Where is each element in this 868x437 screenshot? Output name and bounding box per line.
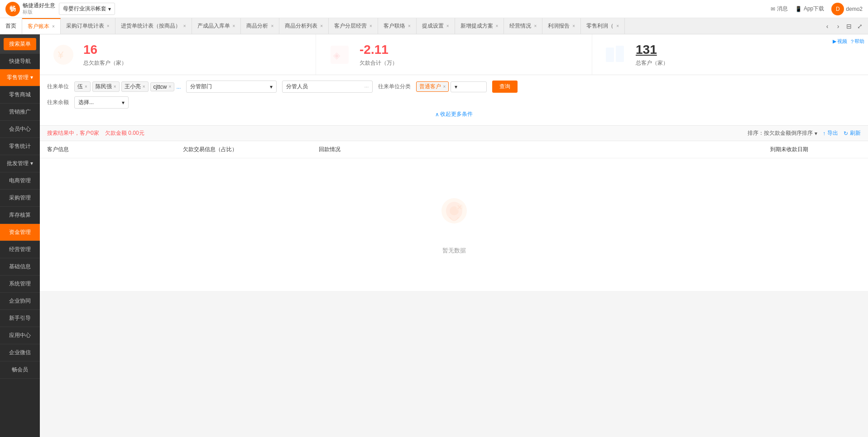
sidebar-item-app-center[interactable]: 应用中心 — [0, 327, 40, 344]
tab-goods-analysis[interactable]: 商品分析 × — [241, 18, 279, 34]
tab-customer-layer[interactable]: 客户分层经营 × — [329, 18, 378, 34]
sidebar-item-enterprise-wechat[interactable]: 企业微信 — [0, 344, 40, 361]
tab-purchase-order-close[interactable]: × — [107, 24, 110, 28]
tab-promotion-settings[interactable]: 提成设置 × — [417, 18, 455, 34]
tab-operation-status[interactable]: 经营情况 × — [504, 18, 542, 34]
sidebar-item-retail-stats[interactable]: 零售统计 — [0, 138, 40, 155]
filter-category-tag-remove[interactable]: × — [443, 84, 446, 89]
filter-tag-3-remove[interactable]: × — [169, 84, 172, 89]
filter-balance-select[interactable]: 选择... ▾ — [74, 96, 129, 109]
sidebar-item-inventory[interactable]: 库存核算 — [0, 207, 40, 224]
sidebar-item-ecommerce[interactable]: 电商管理 — [0, 172, 40, 190]
tab-promotion-settings-close[interactable]: × — [446, 24, 449, 28]
sidebar-search-area: 搜索菜单 — [0, 34, 40, 54]
nav-tabs: 首页 客户账本 × 采购订单统计表 × 进货单统计表（按商品） × 产成品入库单… — [0, 18, 868, 34]
svg-rect-4 — [606, 48, 614, 62]
tab-product-stock-close[interactable]: × — [233, 24, 235, 28]
logo-text-block: 畅捷通好生意 标版 — [23, 2, 55, 15]
sort-button[interactable]: 排序：按欠款金额倒序排序 ▾ — [748, 129, 817, 137]
sidebar-item-basic-info[interactable]: 基础信息 — [0, 258, 40, 276]
tab-product-stock[interactable]: 产成品入库单 × — [192, 18, 241, 34]
tab-profit-report-close[interactable]: × — [572, 24, 575, 28]
refresh-icon: ↻ — [844, 130, 848, 137]
tab-retail-profit-label: 零售利润（ — [586, 22, 614, 30]
filter-tag-1: 陈民强 × — [92, 81, 120, 92]
tab-goods-analysis-list-close[interactable]: × — [320, 24, 323, 28]
message-button[interactable]: ✉ 消息 — [771, 5, 788, 13]
sidebar-item-vip-member[interactable]: 畅会员 — [0, 361, 40, 379]
filter-department-select[interactable]: 分管部门 ▾ — [186, 81, 277, 93]
tab-customer-contact[interactable]: 客户联络 × — [378, 18, 417, 34]
tab-purchase-order[interactable]: 采购订单统计表 × — [61, 18, 115, 34]
tab-home[interactable]: 首页 — [0, 18, 22, 34]
user-profile[interactable]: D demo2 — [831, 3, 863, 15]
top-bar: 畅 畅捷通好生意 标版 母婴行业演示帐套 ▾ ✉ 消息 📱 App下载 D de… — [0, 0, 868, 18]
sidebar-item-enterprise[interactable]: 企业协同 — [0, 293, 40, 310]
filter-area: 往来单位 伍 × 陈民强 × 王小亮 × cjttcw — [40, 75, 868, 126]
sidebar-item-new-guide[interactable]: 新手引导 — [0, 310, 40, 327]
app-download-button[interactable]: 📱 App下载 — [795, 5, 824, 13]
filter-person-clear[interactable]: ··· — [364, 84, 369, 90]
tab-profit-report[interactable]: 利润报告 × — [542, 18, 581, 34]
chevron-down-icon: ▾ — [122, 100, 125, 106]
nav-prev-button[interactable]: ‹ — [823, 22, 832, 31]
filter-tag-2-remove[interactable]: × — [143, 84, 145, 89]
empty-state-text: 暂无数据 — [442, 247, 466, 255]
tab-customer-layer-close[interactable]: × — [369, 24, 372, 28]
chevron-down-icon: ▾ — [108, 6, 111, 12]
tab-new-promotion[interactable]: 新增提成方案 × — [455, 18, 504, 34]
tab-customers-close[interactable]: × — [52, 24, 55, 29]
svg-text:◈: ◈ — [333, 50, 340, 60]
tab-new-promotion-close[interactable]: × — [496, 24, 499, 28]
help-link[interactable]: ? 帮助 — [851, 38, 864, 45]
collapse-button[interactable]: ∧ 收起更多条件 — [435, 110, 473, 118]
tab-stock-stats[interactable]: 进货单统计表（按商品） × — [115, 18, 192, 34]
chevron-up-icon: ∧ — [435, 111, 439, 118]
export-button[interactable]: ↑ 导出 — [823, 129, 838, 137]
tab-stock-stats-close[interactable]: × — [183, 24, 186, 28]
tab-goods-analysis-list[interactable]: 商品分析列表 × — [279, 18, 329, 34]
video-link[interactable]: ▶ 视频 — [833, 38, 847, 45]
sidebar-item-retail-shop[interactable]: 零售商城 — [0, 86, 40, 104]
refresh-button[interactable]: ↻ 刷新 — [844, 129, 861, 137]
sidebar-item-purchase[interactable]: 采购管理 — [0, 190, 40, 207]
sidebar-item-member-center[interactable]: 会员中心 — [0, 121, 40, 138]
sidebar-item-marketing[interactable]: 营销推广 — [0, 104, 40, 121]
tab-customer-contact-close[interactable]: × — [408, 24, 411, 28]
search-menu-button[interactable]: 搜索菜单 — [4, 38, 36, 50]
table-col-due-date: 到期未收款日期 — [770, 146, 861, 153]
filter-tag-1-remove[interactable]: × — [114, 84, 116, 89]
total-icon — [603, 42, 628, 67]
sidebar-item-capital[interactable]: 资金管理 — [0, 224, 40, 241]
query-button[interactable]: 查询 — [492, 81, 518, 93]
tab-retail-profit[interactable]: 零售利润（ × — [581, 18, 625, 34]
stat-card-customers: ¥ 16 总欠款客户（家） — [40, 34, 316, 75]
chevron-down-icon: ▾ — [270, 84, 273, 90]
filter-tag-0-remove[interactable]: × — [85, 84, 87, 89]
tab-stock-stats-label: 进货单统计表（按商品） — [121, 22, 181, 30]
sidebar-item-quick-nav[interactable]: 快捷导航 — [0, 54, 40, 69]
filter-person-select[interactable]: 分管人员 ··· — [282, 81, 373, 93]
results-bar: 搜索结果中，客户0家 欠款金额 0.00元 排序：按欠款金额倒序排序 ▾ ↑ 导… — [40, 126, 868, 141]
logo-area: 畅 畅捷通好生意 标版 — [5, 2, 55, 16]
nav-expand-button[interactable]: ⊟ — [844, 22, 854, 31]
results-info: 搜索结果中，客户0家 欠款金额 0.00元 — [47, 129, 144, 137]
sidebar-item-retail-mgmt[interactable]: 零售管理 ▾ — [0, 69, 40, 86]
filter-balance-placeholder: 选择... — [78, 99, 94, 106]
message-label: 消息 — [777, 5, 788, 13]
tab-goods-analysis-close[interactable]: × — [271, 24, 273, 28]
sidebar-item-operations[interactable]: 经营管理 — [0, 241, 40, 258]
tab-new-promotion-label: 新增提成方案 — [460, 22, 493, 30]
nav-next-button[interactable]: › — [834, 22, 843, 31]
tab-customers[interactable]: 客户账本 × — [22, 18, 61, 34]
tab-retail-profit-close[interactable]: × — [616, 24, 619, 28]
sidebar-item-system[interactable]: 系统管理 — [0, 276, 40, 293]
sidebar-item-wholesale-mgmt[interactable]: 批发管理 ▾ — [0, 155, 40, 172]
filter-more-button[interactable]: ... — [176, 84, 181, 90]
nav-fullscreen-button[interactable]: ⤢ — [855, 22, 864, 31]
sidebar: 搜索菜单 快捷导航 零售管理 ▾ 零售商城 营销推广 会员中心 零售统计 批发管… — [0, 34, 40, 437]
workspace-selector[interactable]: 母婴行业演示帐套 ▾ — [59, 3, 115, 15]
tab-operation-status-close[interactable]: × — [534, 24, 537, 28]
filter-category-select[interactable]: ▾ — [451, 81, 487, 92]
username: demo2 — [846, 6, 863, 12]
